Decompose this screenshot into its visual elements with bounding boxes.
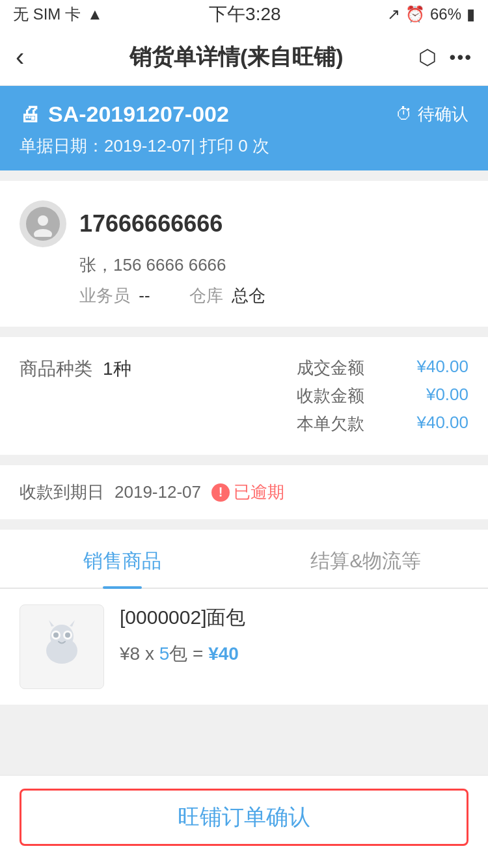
time-display: 下午3:28 — [209, 2, 281, 27]
financial-info: 成交金额 ¥40.00 收款金额 ¥0.00 本单欠款 ¥40.00 — [297, 357, 468, 435]
avatar-icon — [26, 207, 60, 241]
svg-point-0 — [38, 215, 48, 226]
overdue-icon: ! — [211, 483, 230, 502]
unit-text: 包 — [169, 644, 187, 664]
page-title: 销货单详情(来自旺铺) — [55, 42, 418, 72]
debt-label: 本单欠款 — [297, 413, 364, 435]
received-label: 收款金额 — [297, 385, 364, 407]
debt-row: 本单欠款 ¥40.00 — [297, 413, 468, 435]
svg-point-6 — [53, 632, 59, 638]
confirm-order-button[interactable]: 旺铺订单确认 — [20, 789, 468, 846]
battery-icon: ▮ — [467, 5, 475, 23]
amount-value: ¥40.00 — [390, 357, 468, 379]
quantity-value: 5 — [159, 644, 170, 664]
product-price: ¥8 x 5包 = ¥40 — [120, 642, 468, 666]
sales-info: 业务员 -- — [79, 284, 150, 307]
nav-left: ‹ — [16, 42, 55, 72]
overdue-text: 已逾期 — [234, 481, 284, 504]
product-owl-icon — [36, 617, 88, 677]
overdue-badge: ! 已逾期 — [211, 481, 284, 504]
tab-sales-product[interactable]: 销售商品 — [0, 530, 244, 588]
total-price: ¥40 — [208, 644, 239, 664]
customer-name: 张，156 6666 6666 — [79, 254, 468, 277]
warehouse-info: 仓库 总仓 — [189, 284, 265, 307]
product-name: [0000002]面包 — [120, 604, 468, 631]
tab-section: 销售商品 结算&物流等 [0 — [0, 530, 488, 705]
nav-right: ⬡ ••• — [418, 45, 472, 70]
received-value: ¥0.00 — [390, 385, 468, 407]
status-bar: 无 SIM 卡 ▲ 下午3:28 ↗ ⏰ 66% ▮ — [0, 0, 488, 29]
category-value: 1种 — [103, 357, 131, 381]
order-icon: 🖨 — [20, 102, 40, 126]
location-icon: ↗ — [387, 5, 400, 23]
warehouse-label: 仓库 — [189, 286, 223, 305]
stats-section: 商品种类 1种 成交金额 ¥40.00 收款金额 ¥0.00 本单欠款 ¥40.… — [0, 337, 488, 455]
nav-bar: ‹ 销货单详情(来自旺铺) ⬡ ••• — [0, 29, 488, 86]
amount-label: 成交金额 — [297, 357, 364, 379]
status-right: ↗ ⏰ 66% ▮ — [387, 5, 475, 23]
product-thumbnail — [20, 604, 104, 689]
order-date: 单据日期：2019-12-07| 打印 0 次 — [20, 135, 468, 157]
back-button[interactable]: ‹ — [16, 42, 24, 72]
sales-value: -- — [139, 286, 150, 305]
warehouse-value: 总仓 — [232, 286, 265, 305]
product-section: [0000002]面包 ¥8 x 5包 = ¥40 — [0, 589, 488, 705]
order-status: ⏱ 待确认 — [396, 103, 468, 126]
svg-point-1 — [34, 229, 52, 237]
order-id: 🖨 SA-20191207-002 — [20, 102, 229, 127]
svg-point-7 — [65, 632, 70, 638]
carrier-text: 无 SIM 卡 — [13, 4, 81, 25]
share-button[interactable]: ⬡ — [418, 45, 437, 70]
tab-settlement[interactable]: 结算&物流等 — [244, 530, 488, 588]
received-row: 收款金额 ¥0.00 — [297, 385, 468, 407]
customer-phone: 17666666666 — [79, 210, 223, 237]
category-label: 商品种类 — [20, 357, 92, 381]
customer-section: 17666666666 张，156 6666 6666 业务员 -- 仓库 总仓 — [0, 181, 488, 327]
alarm-icon: ⏰ — [405, 5, 425, 23]
order-header: 🖨 SA-20191207-002 ⏱ 待确认 单据日期：2019-12-07|… — [0, 86, 488, 170]
customer-name-row: 17666666666 — [20, 200, 468, 247]
amount-row: 成交金额 ¥40.00 — [297, 357, 468, 379]
price-text: ¥8 x — [120, 644, 159, 664]
bottom-bar: 旺铺订单确认 — [0, 775, 488, 868]
status-left: 无 SIM 卡 ▲ — [13, 4, 103, 25]
tab-row: 销售商品 结算&物流等 — [0, 530, 488, 589]
more-button[interactable]: ••• — [450, 47, 472, 68]
due-date-value: 2019-12-07 — [115, 482, 201, 502]
due-date-label: 收款到期日 — [20, 481, 104, 504]
debt-value: ¥40.00 — [390, 413, 468, 435]
product-info: [0000002]面包 ¥8 x 5包 = ¥40 — [120, 604, 468, 666]
category-info: 商品种类 1种 — [20, 357, 131, 381]
avatar — [20, 200, 66, 247]
clock-icon: ⏱ — [396, 104, 413, 124]
due-date-section: 收款到期日 2019-12-07 ! 已逾期 — [0, 465, 488, 519]
sales-label: 业务员 — [79, 286, 130, 305]
customer-meta: 业务员 -- 仓库 总仓 — [79, 284, 468, 307]
battery-text: 66% — [430, 5, 461, 23]
wifi-icon: ▲ — [87, 5, 103, 23]
equals-text: = — [187, 644, 208, 664]
